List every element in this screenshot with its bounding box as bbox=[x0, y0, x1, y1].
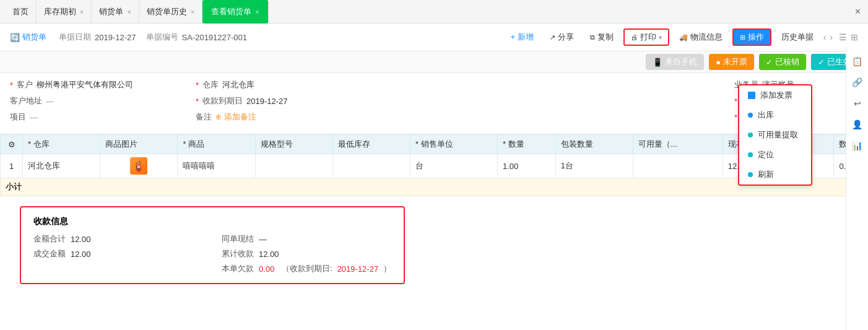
payment-box: 收款信息 金额合计 12.00 同单现结 — 成交金额 12.00 累计收款 1… bbox=[20, 206, 405, 284]
date-value: 2019-12-27 bbox=[95, 33, 136, 42]
same-order-label: 同单现结 bbox=[222, 233, 254, 245]
locate-icon bbox=[748, 152, 753, 157]
dropdown-available-qty[interactable]: 可用量提取 bbox=[739, 125, 811, 145]
doc-title-section: 🔄 销货单 bbox=[10, 32, 46, 43]
col-min-stock: 最低库存 bbox=[332, 135, 410, 154]
tab-view-sales[interactable]: 查看销货单 × bbox=[202, 0, 268, 24]
sidebar-chart-icon[interactable]: 📊 bbox=[848, 136, 867, 155]
sidebar-link-icon[interactable]: 🔗 bbox=[848, 73, 867, 92]
balance-value: 0.00 bbox=[259, 264, 274, 274]
row-image: 🧯 bbox=[100, 154, 178, 178]
col-image: 商品图片 bbox=[100, 135, 178, 154]
row-warehouse: 河北仓库 bbox=[23, 154, 100, 178]
cumulative-label: 累计收款 bbox=[222, 248, 254, 259]
tab-inventory-close[interactable]: × bbox=[80, 8, 84, 15]
logistics-button[interactable]: 🚚 物流信息 bbox=[673, 30, 729, 45]
form-row-2: 客户地址 — * 收款到期日 2019-12-27 * 票据类型 不开票 bbox=[10, 95, 858, 106]
confirm1-btn[interactable]: ✓ 已核销 bbox=[759, 54, 806, 70]
row-qty: 1.00 bbox=[497, 154, 555, 178]
row-pack: 1台 bbox=[555, 154, 633, 178]
window-close-button[interactable]: × bbox=[855, 6, 861, 17]
sidebar-return-icon[interactable]: ↩ bbox=[848, 94, 867, 113]
tab-inventory-label: 库存期初 bbox=[44, 6, 76, 17]
row-spec bbox=[255, 154, 332, 178]
tab-home[interactable]: 首页 bbox=[5, 0, 37, 24]
col-settings[interactable]: ⚙ bbox=[1, 135, 23, 154]
tab-inventory[interactable]: 库存期初 × bbox=[37, 0, 92, 24]
dropdown-locate[interactable]: 定位 bbox=[739, 145, 811, 165]
mobile-btn[interactable]: 📱 来自手机 bbox=[646, 54, 704, 70]
copy-button[interactable]: ⧉ 复制 bbox=[584, 30, 620, 45]
address-field: 客户地址 — bbox=[10, 95, 134, 106]
balance-row: 本单欠款 0.00 （收款到期日: 2019-12-27 ） bbox=[222, 263, 391, 274]
new-button[interactable]: + 新增 bbox=[504, 30, 539, 45]
no-label: 单据编号 bbox=[146, 32, 178, 43]
toolbar2: 📱 来自手机 ● 未开票 ✓ 已核销 ✓ 已生效 bbox=[0, 51, 868, 73]
transaction-row: 成交金额 12.00 bbox=[33, 248, 203, 259]
form-row-1: * 客户 柳州粤港平安气体有限公司 * 仓库 河北仓库 业务员 演示账号 bbox=[10, 79, 858, 90]
tab-sales-label: 销货单 bbox=[99, 6, 123, 17]
col-spec: 规格型号 bbox=[255, 135, 332, 154]
payment-title: 收款信息 bbox=[33, 216, 391, 227]
tab-sales-close[interactable]: × bbox=[127, 8, 131, 15]
tab-sales-history-close[interactable]: × bbox=[191, 8, 194, 15]
tab-sales[interactable]: 销货单 × bbox=[92, 0, 139, 24]
payment-section: 收款信息 金额合计 12.00 同单现结 — 成交金额 12.00 累计收款 1… bbox=[0, 196, 868, 294]
right-sidebar: 📋 🔗 ↩ 👤 📊 ⛶ bbox=[846, 47, 868, 330]
row-unit: 台 bbox=[410, 154, 498, 178]
view-toggle-list[interactable]: ☰ bbox=[839, 32, 847, 42]
view-toggle-grid[interactable]: ⊞ bbox=[851, 32, 858, 42]
main-content: 🔄 销货单 单据日期 2019-12-27 单据编号 SA-20191227-0… bbox=[0, 24, 868, 330]
tab-home-label: 首页 bbox=[12, 6, 28, 17]
cumulative-row: 累计收款 12.00 bbox=[222, 248, 391, 259]
tab-sales-history[interactable]: 销货单历史 × bbox=[139, 0, 202, 24]
tab-sales-history-label: 销货单历史 bbox=[147, 6, 187, 17]
outbound-icon bbox=[748, 113, 753, 118]
operation-button[interactable]: ⊞ 操作 bbox=[732, 28, 771, 46]
dropdown-refresh[interactable]: 刷新 bbox=[739, 165, 811, 185]
amount-label: 金额合计 bbox=[33, 233, 66, 245]
sidebar-clipboard-icon[interactable]: 📋 bbox=[848, 52, 867, 71]
ticket-status-btn[interactable]: ● 未开票 bbox=[709, 54, 754, 70]
row-min-stock bbox=[332, 154, 410, 178]
refresh-icon bbox=[748, 172, 753, 177]
doc-icon: 🔄 bbox=[10, 33, 20, 42]
col-unit: * 销售单位 bbox=[410, 135, 498, 154]
nav-left[interactable]: ‹ bbox=[823, 32, 827, 42]
sidebar-user-icon[interactable]: 👤 bbox=[848, 115, 867, 134]
same-order-value: — bbox=[259, 235, 267, 244]
warehouse-field: * 仓库 河北仓库 bbox=[196, 79, 319, 90]
due-date-field: * 收款到期日 2019-12-27 bbox=[196, 95, 319, 106]
nav-right[interactable]: › bbox=[830, 32, 833, 42]
amount-value: 12.00 bbox=[71, 235, 91, 244]
amount-row: 金额合计 12.00 bbox=[33, 233, 203, 245]
notes-field: 备注 ⊕ 添加备注 bbox=[196, 111, 319, 123]
row-available bbox=[633, 154, 723, 178]
add-invoice-icon bbox=[748, 92, 755, 99]
transaction-value: 12.00 bbox=[71, 250, 91, 259]
col-product: * 商品 bbox=[178, 135, 255, 154]
dropdown-outbound[interactable]: 出库 bbox=[739, 105, 811, 125]
doc-title: 销货单 bbox=[22, 32, 46, 43]
history-button[interactable]: 历史单据 bbox=[775, 30, 820, 45]
form-row-3: 项目 — 备注 ⊕ 添加备注 * 业务员孟 — bbox=[10, 111, 858, 123]
same-order-row: 同单现结 — bbox=[222, 233, 391, 245]
print-button[interactable]: 🖨 打印 ▾ bbox=[623, 28, 669, 46]
available-qty-icon bbox=[748, 132, 753, 137]
transaction-label: 成交金额 bbox=[33, 248, 66, 259]
operation-dropdown: 添加发票 出库 可用量提取 定位 刷新 bbox=[738, 84, 812, 186]
tab-bar: 首页 库存期初 × 销货单 × 销货单历史 × 查看销货单 × × bbox=[0, 0, 868, 24]
no-value: SA-20191227-001 bbox=[182, 33, 248, 42]
doc-date-field: 单据日期 2019-12-27 bbox=[59, 32, 136, 43]
row-product: 嘻嘻嘻嘻 bbox=[178, 154, 255, 178]
balance-placeholder bbox=[33, 263, 203, 274]
cumulative-value: 12.00 bbox=[259, 250, 279, 259]
col-available: 可用量（... bbox=[633, 135, 723, 154]
share-button[interactable]: ↗ 分享 bbox=[544, 30, 580, 45]
dropdown-add-invoice[interactable]: 添加发票 bbox=[739, 85, 811, 105]
row-no: 1 bbox=[1, 154, 23, 178]
tab-view-sales-close[interactable]: × bbox=[255, 8, 259, 15]
col-warehouse: * 仓库 bbox=[23, 135, 100, 154]
add-notes-btn[interactable]: ⊕ 添加备注 bbox=[215, 111, 256, 123]
balance-label: 本单欠款 bbox=[222, 263, 254, 274]
